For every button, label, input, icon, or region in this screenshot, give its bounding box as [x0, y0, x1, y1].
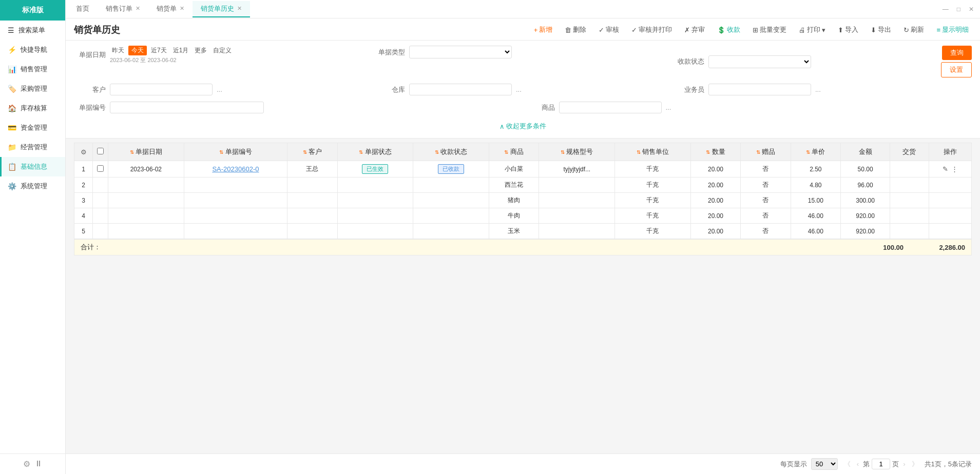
row-delivery: [890, 208, 929, 224]
row-gift: 否: [741, 193, 791, 208]
refresh-button[interactable]: ↻ 刷新: [900, 24, 927, 36]
filter-group-doc-no: 单据编号: [74, 102, 523, 113]
date-shortcut-more[interactable]: 更多: [193, 46, 209, 55]
gift-col-header[interactable]: ⇅ 赠品: [741, 143, 791, 161]
goods-picker-icon[interactable]: ...: [664, 104, 674, 111]
print-button[interactable]: 🖨 打印 ▾: [796, 24, 829, 36]
select-all-checkbox[interactable]: [97, 148, 104, 154]
window-maximize-btn[interactable]: □: [953, 4, 965, 15]
page-first-btn[interactable]: 《: [842, 459, 853, 470]
sidebar-item-basic-info[interactable]: 📋 基础信息: [0, 157, 65, 176]
page-last-btn[interactable]: 》: [910, 459, 920, 470]
search-menu-icon: ☰: [8, 26, 14, 34]
doc-no-link[interactable]: SA-20230602-0: [212, 165, 259, 173]
window-close-btn[interactable]: ✕: [965, 4, 978, 15]
row-amount: 920.00: [841, 224, 890, 239]
collapse-button[interactable]: ∧ 收起更多条件: [497, 120, 548, 133]
sidebar-item-label: 系统管理: [21, 182, 47, 191]
export-button[interactable]: ⬇ 导出: [868, 24, 894, 36]
window-minimize-btn[interactable]: —: [938, 4, 953, 15]
doc-no-col-header[interactable]: ⇅ 单据编号: [184, 143, 287, 161]
doc-no-input[interactable]: [110, 102, 264, 113]
audit-print-button[interactable]: ✓ 审核并打印: [628, 24, 675, 36]
salesperson-filter-label: 业务员: [672, 85, 708, 94]
add-button[interactable]: + 新增: [531, 24, 556, 36]
tab-sales-history[interactable]: 销货单历史 ✕: [193, 1, 250, 17]
page-input[interactable]: [872, 459, 890, 469]
unit-price-col-header[interactable]: ⇅ 单价: [791, 143, 840, 161]
date-shortcut-yesterday[interactable]: 昨天: [110, 46, 126, 55]
tab-home[interactable]: 首页: [68, 1, 98, 17]
sidebar-item-system-mgmt[interactable]: ⚙️ 系统管理: [0, 176, 65, 196]
row-doc-no: SA-20230602-0: [184, 161, 287, 177]
customer-picker-icon[interactable]: ...: [215, 86, 224, 93]
doc-status-col-header[interactable]: ⇅ 单据状态: [337, 143, 413, 161]
row-operations: [929, 193, 971, 208]
settings-col-icon[interactable]: ⚙: [81, 148, 87, 156]
collect-button[interactable]: 💲 收款: [714, 24, 743, 36]
sidebar-settings-icon[interactable]: ⚙: [23, 459, 30, 469]
import-button[interactable]: ⬆ 导入: [835, 24, 861, 36]
query-button[interactable]: 查询: [942, 46, 972, 60]
date-shortcut-1month[interactable]: 近1月: [171, 46, 191, 55]
page-size-select[interactable]: 50 20 100: [811, 458, 838, 470]
date-shortcut-today[interactable]: 今天: [128, 46, 147, 55]
customer-input[interactable]: [110, 84, 213, 95]
filter-area: 单据日期 昨天 今天 近7天 近1月 更多 自定义 2023-06-02: [66, 41, 980, 139]
page-content: 销货单历史 + 新增 🗑 删除 ✓ 审核 ✓ 审核并打印: [66, 18, 980, 474]
sidebar-item-search-menu[interactable]: ☰ 搜索菜单: [0, 21, 65, 40]
doc-date-col-header[interactable]: ⇅ 单据日期: [108, 143, 184, 161]
date-shortcut-custom[interactable]: 自定义: [211, 46, 234, 55]
sidebar-item-purchase-mgmt[interactable]: 🏷️ 采购管理: [0, 79, 65, 98]
salesperson-input[interactable]: [708, 84, 811, 95]
row-more-icon[interactable]: ⋮: [951, 165, 958, 173]
show-detail-button[interactable]: ≡ 显示明细: [933, 24, 972, 36]
tab-sales-order[interactable]: 销售订单 ✕: [98, 1, 148, 17]
set-button[interactable]: 设置: [941, 62, 972, 77]
sidebar-item-sales-mgmt[interactable]: 📊 销售管理: [0, 60, 65, 79]
row-checkbox[interactable]: [97, 165, 104, 172]
page-header: 销货单历史 + 新增 🗑 删除 ✓ 审核 ✓ 审核并打印: [66, 18, 980, 41]
page-next-btn[interactable]: ›: [901, 459, 907, 469]
sales-mgmt-icon: 📊: [8, 65, 16, 73]
sidebar-item-finance-mgmt[interactable]: 💳 资金管理: [0, 118, 65, 137]
doc-type-select[interactable]: [409, 46, 512, 58]
batch-change-button[interactable]: ⊞ 批量变更: [750, 24, 790, 36]
sidebar-item-inventory-calc[interactable]: 🏠 库存核算: [0, 98, 65, 118]
quantity-col-header[interactable]: ⇅ 数量: [690, 143, 740, 161]
collect-status-select[interactable]: [708, 55, 811, 68]
footer-total-amount: 2,286.00: [914, 244, 965, 251]
page-prev-btn[interactable]: ‹: [855, 459, 861, 469]
row-num: 5: [74, 224, 93, 239]
warehouse-picker-icon[interactable]: ...: [514, 86, 524, 93]
salesperson-picker-icon[interactable]: ...: [813, 86, 823, 93]
goods-col-header[interactable]: ⇅ 商品: [489, 143, 539, 161]
customer-col-header[interactable]: ⇅ 客户: [287, 143, 337, 161]
tab-sales-goods[interactable]: 销货单 ✕: [148, 1, 193, 17]
audit-button[interactable]: ✓ 审核: [595, 24, 622, 36]
tab-sales-order-close[interactable]: ✕: [136, 5, 140, 12]
sidebar-item-label: 基础信息: [21, 162, 47, 171]
operation-col-label: 操作: [944, 148, 957, 155]
table-footer: 合计： 100.00 2,286.00: [74, 239, 972, 255]
sidebar-item-business-mgmt[interactable]: 📁 经营管理: [0, 137, 65, 157]
goods-input[interactable]: [559, 102, 662, 113]
row-delivery: [890, 224, 929, 239]
date-shortcut-7days[interactable]: 近7天: [149, 46, 169, 55]
sidebar-item-quick-nav[interactable]: ⚡ 快捷导航: [0, 40, 65, 60]
tab-sales-history-close[interactable]: ✕: [237, 5, 242, 12]
sales-unit-col-header[interactable]: ⇅ 销售单位: [615, 143, 691, 161]
tab-sales-goods-close[interactable]: ✕: [180, 5, 184, 12]
row-edit-icon[interactable]: ✎: [943, 165, 948, 173]
warehouse-input[interactable]: [409, 84, 512, 95]
delete-button[interactable]: 🗑 删除: [562, 24, 589, 36]
collect-status-col-header[interactable]: ⇅ 收款状态: [413, 143, 489, 161]
sales-unit-sort-icon: ⇅: [637, 149, 641, 155]
abandon-button[interactable]: ✗ 弃审: [681, 24, 708, 36]
customer-col-label: 客户: [309, 148, 322, 155]
sidebar-pause-icon[interactable]: ⏸: [34, 459, 43, 469]
spec-col-header[interactable]: ⇅ 规格型号: [539, 143, 615, 161]
row-operations: [929, 177, 971, 193]
settings-col-header[interactable]: ⚙: [74, 143, 93, 161]
customer-filter-label: 客户: [74, 85, 110, 94]
